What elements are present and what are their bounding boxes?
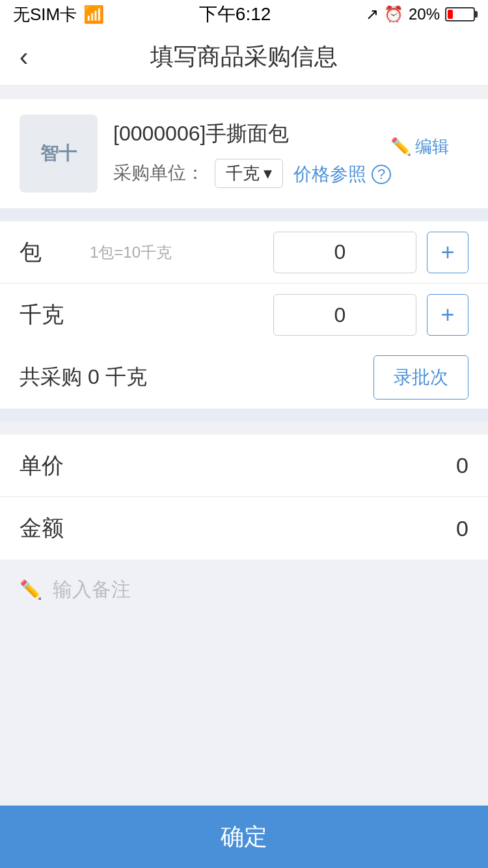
page-title: 填写商品采购信息: [150, 41, 338, 73]
bag-plus-button[interactable]: +: [427, 232, 468, 273]
product-name: [0000006]手撕面包: [113, 120, 289, 148]
price-ref-button[interactable]: 价格参照 ?: [293, 162, 391, 187]
battery-percent: 20%: [409, 5, 440, 23]
alarm-icon: ⏰: [384, 5, 403, 23]
notes-placeholder: 输入备注: [53, 576, 131, 603]
battery-icon: [445, 7, 475, 21]
bag-input-row: 包 1包=10千克 +: [0, 221, 488, 284]
unit-price-value: 0: [456, 453, 468, 478]
amount-value: 0: [456, 516, 468, 541]
record-batch-button[interactable]: 录批次: [373, 355, 468, 400]
help-icon: ?: [372, 165, 391, 184]
unit-label: 采购单位：: [113, 161, 204, 185]
total-label: 共采购 0 千克: [20, 363, 147, 392]
amount-row: 金额 0: [0, 497, 488, 560]
location-icon: ↗: [366, 5, 379, 23]
unit-select[interactable]: 千克 ▾: [215, 159, 283, 188]
section-separator-2: [0, 409, 488, 422]
status-time: 下午6:12: [199, 2, 271, 27]
plus-icon: +: [441, 241, 454, 264]
product-logo: 智十: [40, 141, 77, 166]
edit-icon: ✏️: [390, 137, 411, 157]
kg-label: 千克: [20, 300, 85, 330]
confirm-button[interactable]: 确定: [0, 806, 488, 868]
price-section: 单价 0 金额 0: [0, 435, 488, 560]
bag-quantity-input[interactable]: [273, 232, 416, 273]
product-info: [0000006]手撕面包 ✏️ 编辑 采购单位： 千克 ▾ 价格参照 ?: [113, 120, 468, 188]
plus-icon-2: +: [441, 303, 454, 327]
status-right: ↗ ⏰ 20%: [366, 5, 475, 23]
kg-input-row: 千克 +: [0, 284, 488, 346]
back-button[interactable]: ‹: [20, 42, 28, 72]
product-unit-row: 采购单位： 千克 ▾ 价格参照 ?: [113, 159, 468, 188]
kg-plus-button[interactable]: +: [427, 294, 468, 336]
chevron-down-icon: ▾: [264, 163, 272, 183]
status-bar: 无SIM卡 📶 下午6:12 ↗ ⏰ 20%: [0, 0, 488, 29]
carrier-label: 无SIM卡: [13, 3, 77, 26]
status-left: 无SIM卡 📶: [13, 3, 104, 26]
nav-bar: ‹ 填写商品采购信息: [0, 29, 488, 86]
wifi-icon: 📶: [83, 5, 104, 25]
battery-fill: [448, 10, 453, 19]
kg-quantity-input[interactable]: [273, 294, 416, 336]
unit-price-row: 单价 0: [0, 435, 488, 497]
product-card: 智十 [0000006]手撕面包 ✏️ 编辑 采购单位： 千克 ▾ 价格参照 ?: [0, 99, 488, 208]
edit-button[interactable]: ✏️ 编辑: [390, 135, 449, 158]
input-section: 包 1包=10千克 + 千克 +: [0, 221, 488, 346]
unit-price-label: 单价: [20, 451, 64, 481]
section-separator-1: [0, 208, 488, 221]
confirm-label: 确定: [221, 821, 267, 853]
total-row: 共采购 0 千克 录批次: [0, 346, 488, 409]
product-image: 智十: [20, 115, 98, 193]
notes-section[interactable]: ✏️ 输入备注: [0, 561, 488, 619]
amount-label: 金额: [20, 513, 64, 543]
pencil-icon: ✏️: [20, 579, 42, 601]
bag-label: 包: [20, 237, 85, 267]
bag-sublabel: 1包=10千克: [90, 242, 172, 263]
